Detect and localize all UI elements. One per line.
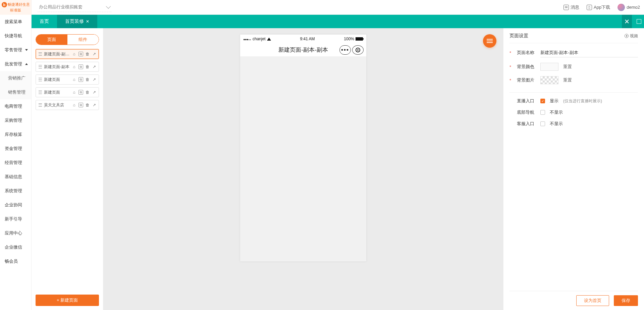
save-button[interactable]: 保存 [614, 295, 638, 306]
page-item[interactable]: 新建页面-副本-副本 ⌂ ⧉ 🗑 ↗ [36, 49, 99, 59]
components-drawer-toggle[interactable] [483, 34, 496, 48]
tab-label: 首页装修 [65, 18, 84, 24]
tab-close-button[interactable] [622, 15, 632, 28]
video-label: 视频 [630, 33, 638, 39]
new-page-label: + 新建页面 [57, 297, 78, 303]
page-item[interactable]: 新建页面-副本 ⌂ ⧉ 🗑 ↗ [36, 62, 99, 72]
brand-logo-mark: b [2, 2, 7, 7]
share-icon[interactable]: ↗ [92, 64, 97, 69]
live-entry-hint: (仅当进行直播时展示) [563, 98, 602, 104]
segment-page[interactable]: 页面 [36, 35, 67, 45]
sidebar-item-label: 基础信息 [5, 174, 22, 180]
copy-icon[interactable]: ⧉ [78, 77, 83, 82]
sidebar-item-marketing[interactable]: 营销推广 [0, 71, 31, 85]
page-name-label: 页面名称 [517, 50, 536, 56]
sidebar-item-funds[interactable]: 资金管理 [0, 142, 31, 156]
bottom-nav-checkbox[interactable] [540, 110, 545, 115]
tab-fullscreen-button[interactable] [634, 15, 644, 28]
required-star: * [509, 50, 512, 55]
copy-icon[interactable]: ⧉ [78, 52, 83, 56]
brand-logo: b 畅捷通好生意 标准版 [0, 0, 32, 15]
segment-label: 组件 [78, 37, 87, 43]
caret-down-icon [25, 49, 28, 51]
sidebar-item-inventory[interactable]: 库存核算 [0, 127, 31, 142]
sidebar-item-label: 新手引导 [5, 216, 22, 222]
account-select-label: 办公用品行业模拟账套 [39, 4, 83, 10]
close-icon [625, 19, 629, 24]
home-icon[interactable]: ⌂ [72, 90, 76, 95]
set-home-label: 设为首页 [584, 298, 601, 304]
share-icon[interactable]: ↗ [92, 103, 97, 107]
home-icon[interactable]: ⌂ [72, 64, 76, 69]
delete-icon[interactable]: 🗑 [85, 90, 90, 95]
close-icon[interactable]: ✕ [86, 19, 89, 24]
target-icon [356, 48, 360, 52]
user-menu[interactable]: demo2 [618, 4, 640, 11]
messages-button[interactable]: ✉ 消息 [564, 4, 579, 10]
bg-color-swatch[interactable] [540, 63, 558, 71]
page-item[interactable]: 新建页面 ⌂ ⧉ 🗑 ↗ [36, 87, 99, 97]
home-icon[interactable]: ⌂ [72, 77, 76, 82]
copy-icon[interactable]: ⧉ [78, 64, 83, 69]
tab-home[interactable]: 首页 [32, 15, 57, 28]
delete-icon[interactable]: 🗑 [85, 64, 90, 69]
phone-carrier: chanjet [253, 37, 266, 41]
page-list: 新建页面-副本-副本 ⌂ ⧉ 🗑 ↗ 新建页面-副本 ⌂ ⧉ 🗑 ↗ [36, 49, 99, 110]
delete-icon[interactable]: 🗑 [85, 52, 90, 56]
home-icon[interactable]: ⌂ [72, 103, 76, 107]
share-icon[interactable]: ↗ [92, 90, 97, 95]
divider [509, 92, 638, 93]
page-item[interactable]: 新建页面 ⌂ ⧉ 🗑 ↗ [36, 74, 99, 85]
bg-image-swatch[interactable] [540, 76, 558, 84]
app-download-button[interactable]: ▯ App下载 [587, 4, 610, 10]
share-icon[interactable]: ↗ [92, 52, 97, 56]
delete-icon[interactable]: 🗑 [85, 77, 90, 82]
copy-icon[interactable]: ⧉ [78, 90, 83, 95]
sidebar-item-system[interactable]: 系统管理 [0, 184, 31, 198]
sidebar-item-quick-nav[interactable]: 快捷导航 [0, 29, 31, 43]
page-name-input[interactable] [540, 48, 638, 57]
sidebar-item-label: 采购管理 [5, 117, 22, 123]
tab-label: 首页 [40, 18, 49, 24]
page-item-name: 新建页面 [44, 77, 70, 83]
sidebar-item-member[interactable]: 畅会员 [0, 254, 31, 268]
bg-color-reset[interactable]: 重置 [563, 64, 572, 70]
sidebar-item-ecommerce[interactable]: 电商管理 [0, 99, 31, 113]
miniprogram-close-button[interactable] [352, 45, 364, 55]
sidebar-item-wholesale[interactable]: 批发管理 [0, 57, 31, 71]
copy-icon[interactable]: ⧉ [78, 103, 83, 107]
bg-color-label: 背景颜色 [517, 64, 536, 70]
sidebar-item-label: 快捷导航 [5, 33, 22, 39]
home-icon[interactable]: ⌂ [72, 52, 76, 56]
page-item[interactable]: 昊天文具店 ⌂ ⧉ 🗑 ↗ [36, 100, 99, 110]
sidebar-item-sales[interactable]: 销售管理 [0, 85, 31, 99]
sidebar-item-app-center[interactable]: 应用中心 [0, 226, 31, 240]
sidebar-item-purchase[interactable]: 采购管理 [0, 113, 31, 127]
new-page-button[interactable]: + 新建页面 [36, 295, 99, 306]
delete-icon[interactable]: 🗑 [85, 103, 90, 107]
brand-edition: 标准版 [10, 8, 21, 13]
sidebar-item-retail[interactable]: 零售管理 [0, 43, 31, 57]
sidebar-item-basic-info[interactable]: 基础信息 [0, 170, 31, 184]
sidebar-item-operations[interactable]: 经营管理 [0, 156, 31, 170]
signal-dots-icon [244, 37, 251, 41]
video-help-link[interactable]: 视频 [625, 33, 638, 39]
list-icon [38, 65, 42, 68]
bg-image-reset[interactable]: 重置 [563, 77, 572, 83]
sidebar-item-wechat[interactable]: 企业微信 [0, 240, 31, 254]
sidebar-item-label: 系统管理 [5, 188, 22, 194]
sidebar-item-collab[interactable]: 企业协同 [0, 198, 31, 212]
bg-image-label: 背景图片 [517, 77, 536, 83]
sidebar-item-guide[interactable]: 新手引导 [0, 212, 31, 226]
share-icon[interactable]: ↗ [92, 77, 97, 82]
tab-home-decor[interactable]: 首页装修 ✕ [57, 15, 97, 28]
segment-component[interactable]: 组件 [67, 35, 99, 45]
service-entry-checkbox[interactable] [540, 121, 545, 126]
sidebar-item-search-menu[interactable]: 搜索菜单 [0, 15, 31, 29]
miniprogram-menu-button[interactable]: ••• [339, 45, 351, 55]
live-entry-checkbox[interactable]: ✓ [540, 99, 545, 103]
messages-label: 消息 [571, 4, 579, 10]
set-home-button[interactable]: 设为首页 [576, 295, 609, 306]
account-select[interactable]: 办公用品行业模拟账套 [38, 3, 111, 12]
sidebar-item-label: 销售管理 [8, 89, 25, 95]
